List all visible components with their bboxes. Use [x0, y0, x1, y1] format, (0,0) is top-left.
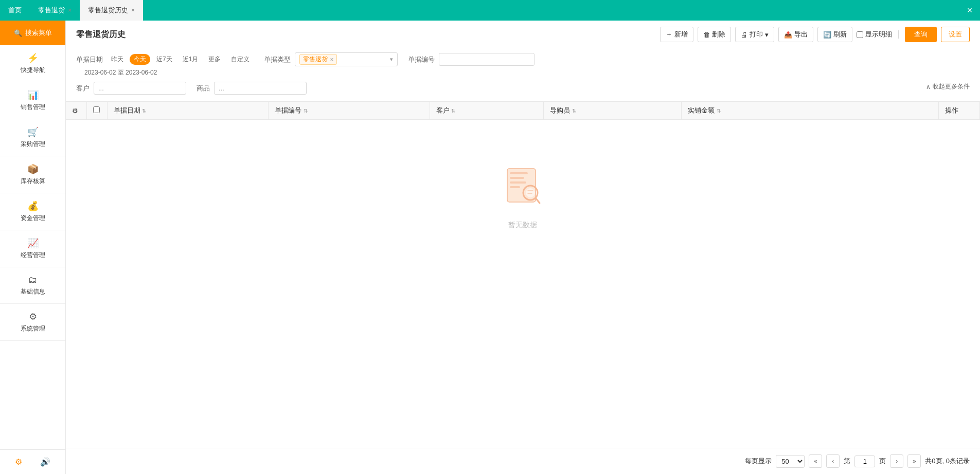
th-doc-date[interactable]: 单据日期 ⇅	[107, 102, 269, 120]
sidebar: 🔍 搜索菜单 ⚡ 快捷导航 📊 销售管理 🛒 采购管理 📦 库存核算 💰	[0, 21, 66, 474]
tab-list: 首页 零售退货 × 零售退货历史 ×	[0, 0, 959, 21]
tab-retail-return-history-close[interactable]: ×	[131, 7, 135, 14]
date-btn-7days[interactable]: 近7天	[152, 54, 176, 65]
sidebar-item-inventory-label: 库存核算	[21, 177, 45, 186]
prev-page-button[interactable]: ‹	[826, 454, 840, 468]
sidebar-item-purchase[interactable]: 🛒 采购管理	[0, 119, 65, 156]
settings-bottom-icon[interactable]: ⚙	[15, 457, 22, 467]
audio-bottom-icon[interactable]: 🔊	[40, 457, 50, 467]
date-btn-today[interactable]: 今天	[130, 54, 150, 65]
tab-home-label: 首页	[8, 6, 22, 15]
sidebar-search-label: 搜索菜单	[25, 28, 52, 38]
sidebar-item-basic-info[interactable]: 🗂 基础信息	[0, 267, 65, 304]
basic-info-icon: 🗂	[28, 275, 38, 285]
delete-button[interactable]: 🗑 删除	[698, 27, 731, 42]
sidebar-menu: ⚡ 快捷导航 📊 销售管理 🛒 采购管理 📦 库存核算 💰 资金管理 📈	[0, 45, 65, 449]
doc-no-input[interactable]	[439, 53, 534, 66]
show-detail-checkbox-label[interactable]: 显示明细	[857, 30, 892, 39]
th-doc-no-sort-icon: ⇅	[304, 108, 308, 114]
th-guide-sort-icon: ⇅	[572, 108, 576, 114]
show-detail-label: 显示明细	[865, 30, 892, 39]
tab-home[interactable]: 首页	[0, 0, 30, 21]
show-detail-checkbox[interactable]	[857, 31, 863, 38]
doc-type-label: 单据类型	[264, 55, 291, 64]
date-btn-1month[interactable]: 近1月	[179, 54, 203, 65]
svg-rect-3	[510, 181, 526, 184]
column-settings-icon[interactable]: ⚙	[72, 107, 78, 115]
setting-button[interactable]: 设置	[941, 27, 970, 42]
customer-input[interactable]: ...	[94, 82, 186, 95]
svg-line-7	[536, 198, 540, 203]
date-btn-custom[interactable]: 自定义	[227, 54, 254, 65]
select-all-checkbox[interactable]	[93, 106, 100, 113]
goods-input[interactable]: ...	[214, 82, 307, 95]
page-number-input[interactable]	[854, 455, 875, 467]
delete-icon: 🗑	[703, 31, 710, 39]
sidebar-item-basic-info-label: 基础信息	[21, 287, 45, 296]
tab-retail-return-history[interactable]: 零售退货历史 ×	[80, 0, 143, 21]
date-range-display: 2023-06-02 至 2023-06-02	[84, 69, 157, 76]
page-header: 零售退货历史 ＋ 新增 🗑 删除 🖨 打印 ▾	[66, 21, 980, 102]
print-label: 打印	[750, 30, 763, 39]
filter-row-1: 单据日期 昨天 今天 近7天 近1月 更多 自定义 单据类型	[76, 52, 970, 66]
refresh-label: 刷新	[833, 30, 847, 39]
print-button[interactable]: 🖨 打印 ▾	[735, 27, 774, 42]
collapse-label: 收起更多条件	[933, 82, 970, 91]
export-button[interactable]: 📤 导出	[778, 27, 813, 42]
refresh-button[interactable]: 🔄 刷新	[817, 27, 852, 42]
th-guide-label: 导购员	[550, 106, 570, 114]
th-ops: 操作	[939, 102, 980, 120]
sidebar-item-operations-label: 经营管理	[21, 251, 45, 260]
empty-illustration	[497, 161, 548, 212]
th-customer-label: 客户	[436, 106, 450, 114]
th-customer[interactable]: 客户 ⇅	[430, 102, 544, 120]
export-icon: 📤	[784, 31, 792, 39]
th-customer-sort-icon: ⇅	[451, 108, 455, 114]
date-btn-yesterday[interactable]: 昨天	[107, 54, 128, 65]
sidebar-item-quick-nav[interactable]: ⚡ 快捷导航	[0, 45, 65, 82]
sidebar-item-purchase-label: 采购管理	[21, 140, 45, 149]
sidebar-item-operations[interactable]: 📈 经营管理	[0, 230, 65, 267]
last-page-button[interactable]: »	[907, 454, 921, 468]
sidebar-search-button[interactable]: 🔍 搜索菜单	[0, 21, 65, 45]
th-amount[interactable]: 实销金额 ⇅	[682, 102, 939, 120]
th-doc-date-sort-icon: ⇅	[142, 108, 146, 114]
print-chevron-icon: ▾	[765, 31, 769, 39]
th-guide[interactable]: 导购员 ⇅	[544, 102, 682, 120]
first-page-button[interactable]: «	[809, 454, 822, 468]
goods-placeholder: ...	[219, 84, 224, 92]
inventory-icon: 📦	[27, 163, 39, 175]
print-icon: 🖨	[741, 31, 747, 39]
tab-retail-return[interactable]: 零售退货 ×	[30, 0, 80, 21]
export-label: 导出	[794, 30, 808, 39]
collapse-button[interactable]: ∧ 收起更多条件	[926, 80, 970, 96]
next-page-button[interactable]: ›	[890, 454, 903, 468]
doc-type-select[interactable]: 零售退货 × ▾	[295, 52, 398, 66]
th-settings[interactable]: ⚙	[66, 102, 86, 120]
new-button[interactable]: ＋ 新增	[660, 27, 693, 42]
doc-type-tag-close[interactable]: ×	[330, 56, 333, 63]
date-btn-more[interactable]: 更多	[204, 54, 225, 65]
sidebar-item-system[interactable]: ⚙ 系统管理	[0, 304, 65, 341]
svg-rect-4	[510, 186, 520, 188]
th-doc-no[interactable]: 单据编号 ⇅	[269, 102, 430, 120]
sidebar-item-inventory[interactable]: 📦 库存核算	[0, 156, 65, 193]
customer-placeholder: ...	[98, 84, 104, 92]
sidebar-item-finance[interactable]: 💰 资金管理	[0, 193, 65, 230]
collapse-up-icon: ∧	[926, 83, 931, 90]
sidebar-item-finance-label: 资金管理	[21, 214, 45, 223]
th-doc-date-label: 单据日期	[114, 106, 140, 114]
empty-state-cell: 暂无数据	[66, 120, 980, 271]
page-size-select[interactable]: 20 50 100	[776, 455, 805, 468]
top-bar: 首页 零售退货 × 零售退货历史 × ×	[0, 0, 980, 21]
tab-retail-return-close[interactable]: ×	[68, 7, 72, 14]
doc-no-label: 单据编号	[408, 55, 435, 64]
table-body: 暂无数据	[66, 120, 980, 271]
sidebar-item-sales[interactable]: 📊 销售管理	[0, 82, 65, 119]
page-title: 零售退货历史	[76, 29, 126, 40]
th-amount-sort-icon: ⇅	[717, 108, 721, 114]
filter-area: 单据日期 昨天 今天 近7天 近1月 更多 自定义 单据类型	[76, 47, 970, 96]
quick-nav-icon: ⚡	[27, 52, 39, 64]
window-close-button[interactable]: ×	[959, 0, 980, 21]
query-button[interactable]: 查询	[905, 27, 937, 42]
